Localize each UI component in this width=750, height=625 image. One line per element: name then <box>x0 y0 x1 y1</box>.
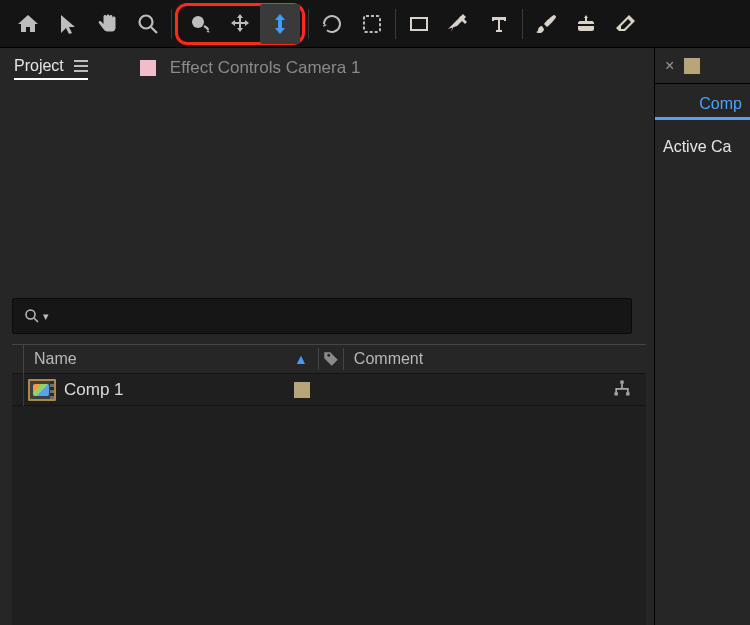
rectangle-tool-icon[interactable] <box>399 4 439 44</box>
column-comment[interactable]: Comment <box>344 350 423 368</box>
column-name[interactable]: Name <box>24 350 294 368</box>
svg-rect-3 <box>364 16 380 32</box>
flowchart-icon[interactable] <box>612 378 632 401</box>
comp-swatch <box>684 58 700 74</box>
svg-point-0 <box>140 15 153 28</box>
project-empty-area[interactable] <box>12 406 646 625</box>
pan-camera-icon[interactable] <box>220 4 260 44</box>
item-label-swatch[interactable] <box>294 382 310 398</box>
rotation-tool-icon[interactable] <box>312 4 352 44</box>
viewer-comp-tab[interactable]: Comp <box>655 84 750 120</box>
project-panel: ▾ Name ▲ Comment Comp 1 <box>0 88 654 625</box>
column-comment-label: Comment <box>354 350 423 367</box>
orbit-camera-icon[interactable] <box>180 4 220 44</box>
column-name-label: Name <box>34 350 77 367</box>
project-search[interactable]: ▾ <box>12 298 632 334</box>
effect-controls-swatch <box>140 60 156 76</box>
tab-project-label: Project <box>14 57 64 75</box>
viewer-tab-row: × <box>655 48 750 84</box>
svg-point-2 <box>192 16 204 28</box>
panel-menu-icon[interactable] <box>74 60 88 72</box>
column-grip[interactable] <box>12 344 24 374</box>
svg-point-6 <box>26 310 35 319</box>
brush-tool-icon[interactable] <box>526 4 566 44</box>
dolly-camera-icon[interactable] <box>260 4 300 44</box>
close-icon[interactable]: × <box>665 57 674 75</box>
project-item-name: Comp 1 <box>64 380 294 400</box>
clone-stamp-icon[interactable] <box>566 4 606 44</box>
row-grip[interactable] <box>12 374 24 406</box>
toolbar-separator <box>395 9 396 39</box>
project-columns-header: Name ▲ Comment <box>12 344 646 374</box>
active-camera-label: Active Ca <box>655 120 750 156</box>
svg-rect-8 <box>620 381 623 384</box>
main-toolbar <box>0 0 750 48</box>
tab-effect-controls-label: Effect Controls Camera 1 <box>170 58 361 77</box>
viewer-comp-label: Comp <box>699 95 742 113</box>
camera-tools-highlight <box>175 3 305 45</box>
sort-ascending-icon[interactable]: ▲ <box>294 351 308 367</box>
svg-line-7 <box>34 318 38 322</box>
home-icon[interactable] <box>8 4 48 44</box>
svg-rect-4 <box>411 18 427 30</box>
svg-rect-9 <box>615 392 618 395</box>
selection-tool-icon[interactable] <box>48 4 88 44</box>
zoom-tool-icon[interactable] <box>128 4 168 44</box>
toolbar-separator <box>308 9 309 39</box>
chevron-down-icon[interactable]: ▾ <box>43 310 49 323</box>
hand-tool-icon[interactable] <box>88 4 128 44</box>
column-label-color[interactable] <box>319 350 343 368</box>
panel-tab-row: Project Effect Controls Camera 1 <box>0 48 750 88</box>
tab-effect-controls[interactable]: Effect Controls Camera 1 <box>170 58 361 78</box>
search-icon <box>23 307 41 325</box>
roto-brush-icon[interactable] <box>352 4 392 44</box>
search-input[interactable] <box>55 308 631 324</box>
eraser-tool-icon[interactable] <box>606 4 646 44</box>
composition-icon <box>28 379 56 401</box>
svg-rect-10 <box>626 392 629 395</box>
tab-project[interactable]: Project <box>14 57 88 80</box>
viewer-panel: × Comp Active Ca <box>654 48 750 625</box>
project-item-row[interactable]: Comp 1 <box>12 374 646 406</box>
type-tool-icon[interactable] <box>479 4 519 44</box>
toolbar-separator <box>171 9 172 39</box>
svg-line-1 <box>151 27 157 33</box>
toolbar-separator <box>522 9 523 39</box>
pen-tool-icon[interactable] <box>439 4 479 44</box>
